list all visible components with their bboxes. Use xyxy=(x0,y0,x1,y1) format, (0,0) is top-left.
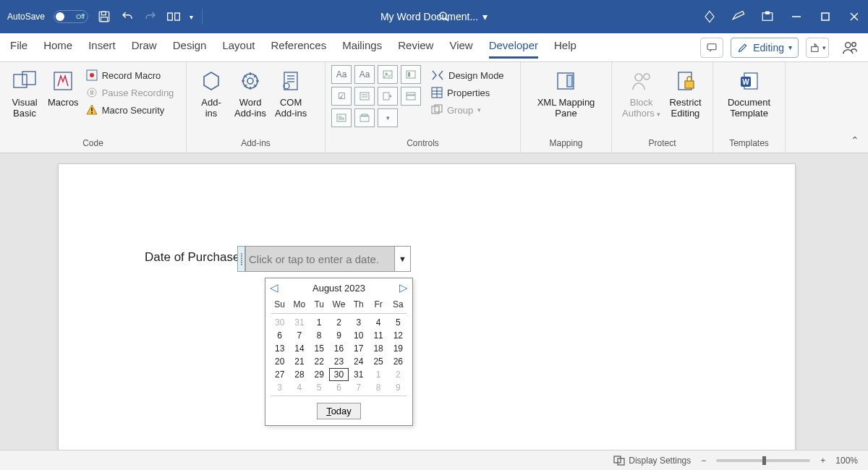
date-picker-control[interactable]: ▼ xyxy=(237,246,411,272)
xml-mapping-pane-button[interactable]: XML Mapping Pane xyxy=(533,65,600,121)
brush-icon[interactable] xyxy=(732,10,745,23)
calendar-day[interactable]: 12 xyxy=(388,329,408,342)
tab-view[interactable]: View xyxy=(449,36,472,59)
calendar-day[interactable]: 2 xyxy=(329,316,349,329)
controls-gallery[interactable]: AaAa ☑ ▾ xyxy=(331,65,421,127)
page[interactable] xyxy=(58,163,796,450)
share-button[interactable]: ▾ xyxy=(806,38,829,58)
calendar-day[interactable]: 21 xyxy=(289,355,309,368)
customize-qat-icon[interactable] xyxy=(166,9,181,24)
record-macro-button[interactable]: Record Macro xyxy=(86,69,174,81)
maximize-button[interactable] xyxy=(819,10,832,23)
calendar-day[interactable]: 14 xyxy=(289,342,309,355)
calendar-day[interactable]: 9 xyxy=(329,329,349,342)
calendar-prev-button[interactable]: ◁ xyxy=(270,281,278,294)
visual-basic-button[interactable]: Visual Basic xyxy=(6,65,43,121)
calendar-day[interactable]: 11 xyxy=(368,329,388,342)
save-icon[interactable] xyxy=(97,9,111,24)
calendar-day[interactable]: 13 xyxy=(270,342,289,355)
tab-draw[interactable]: Draw xyxy=(132,36,157,59)
macro-security-button[interactable]: Macro Security xyxy=(86,104,174,116)
diamond-icon[interactable] xyxy=(703,10,716,23)
calendar-day[interactable]: 26 xyxy=(388,355,408,368)
calendar-day[interactable]: 24 xyxy=(349,355,368,368)
control-handle[interactable] xyxy=(237,246,245,272)
calendar-day[interactable]: 8 xyxy=(310,329,329,342)
redo-icon[interactable] xyxy=(143,9,158,24)
undo-icon[interactable] xyxy=(120,9,135,24)
calendar-day[interactable]: 8 xyxy=(368,381,388,394)
calendar-day[interactable]: 19 xyxy=(388,342,408,355)
tab-insert[interactable]: Insert xyxy=(88,36,116,59)
com-addins-button[interactable]: COM Add-ins xyxy=(271,65,311,121)
calendar-day[interactable]: 29 xyxy=(310,368,329,381)
zoom-out-button[interactable]: − xyxy=(701,456,706,466)
word-addins-button[interactable]: Word Add-ins xyxy=(230,65,271,121)
date-input[interactable] xyxy=(245,246,395,272)
calendar-day[interactable]: 9 xyxy=(388,381,408,394)
restrict-editing-button[interactable]: Restrict Editing xyxy=(665,65,705,121)
autosave-toggle[interactable]: Off xyxy=(54,10,88,23)
calendar-month-label[interactable]: August 2023 xyxy=(312,283,365,294)
calendar-day[interactable]: 7 xyxy=(349,381,368,394)
design-mode-button[interactable]: Design Mode xyxy=(431,69,504,81)
document-title[interactable]: My Word Document... ▾ xyxy=(380,11,488,22)
tab-references[interactable]: References xyxy=(271,36,326,59)
calendar-day[interactable]: 16 xyxy=(329,342,349,355)
calendar-day[interactable]: 2 xyxy=(388,368,408,381)
calendar-day[interactable]: 3 xyxy=(270,381,289,394)
tab-file[interactable]: File xyxy=(10,36,27,59)
minimize-button[interactable] xyxy=(790,10,803,23)
calendar-day[interactable]: 27 xyxy=(270,368,289,381)
group-button[interactable]: Group▾ xyxy=(431,104,504,116)
date-dropdown-button[interactable]: ▼ xyxy=(395,246,411,272)
calendar-day[interactable]: 15 xyxy=(310,342,329,355)
calendar-next-button[interactable]: ▷ xyxy=(399,281,408,294)
calendar-day[interactable]: 31 xyxy=(289,316,309,329)
calendar-day[interactable]: 23 xyxy=(329,355,349,368)
calendar-day[interactable]: 6 xyxy=(270,329,289,342)
collapse-ribbon-icon[interactable]: ⌃ xyxy=(851,134,859,146)
calendar-day[interactable]: 28 xyxy=(289,368,309,381)
tab-review[interactable]: Review xyxy=(398,36,433,59)
calendar-day[interactable]: 18 xyxy=(368,342,388,355)
calendar-day[interactable]: 10 xyxy=(349,329,368,342)
tab-help[interactable]: Help xyxy=(554,36,576,59)
tab-layout[interactable]: Layout xyxy=(222,36,255,59)
calendar-day[interactable]: 4 xyxy=(289,381,309,394)
zoom-level[interactable]: 100% xyxy=(835,456,858,466)
addins-button[interactable]: Add- ins xyxy=(192,65,230,121)
tab-developer[interactable]: Developer xyxy=(489,36,538,59)
macros-button[interactable]: Macros xyxy=(43,65,83,111)
calendar-today-button[interactable]: Today xyxy=(317,403,361,419)
display-settings-button[interactable]: Display Settings xyxy=(613,456,691,466)
tab-design[interactable]: Design xyxy=(173,36,207,59)
calendar-day[interactable]: 1 xyxy=(368,368,388,381)
account-icon[interactable] xyxy=(842,40,858,56)
calendar-day[interactable]: 30 xyxy=(329,368,349,381)
document-template-button[interactable]: WDocument Template xyxy=(723,65,775,121)
tab-mailings[interactable]: Mailings xyxy=(342,36,382,59)
calendar-day[interactable]: 17 xyxy=(349,342,368,355)
properties-button[interactable]: Properties xyxy=(431,87,504,98)
search-icon[interactable] xyxy=(437,9,451,24)
editing-mode-button[interactable]: Editing▾ xyxy=(731,38,799,58)
calendar-day[interactable]: 6 xyxy=(329,381,349,394)
calendar-day[interactable]: 5 xyxy=(388,316,408,329)
calendar-day[interactable]: 31 xyxy=(349,368,368,381)
calendar-day[interactable]: 3 xyxy=(349,316,368,329)
calendar-day[interactable]: 25 xyxy=(368,355,388,368)
zoom-in-button[interactable]: + xyxy=(820,456,825,466)
calendar-day[interactable]: 5 xyxy=(310,381,329,394)
calendar-day[interactable]: 30 xyxy=(270,316,289,329)
calendar-day[interactable]: 22 xyxy=(310,355,329,368)
calendar-day[interactable]: 4 xyxy=(368,316,388,329)
fullscreen-icon[interactable] xyxy=(761,10,774,23)
zoom-slider[interactable] xyxy=(716,459,810,462)
calendar-day[interactable]: 20 xyxy=(270,355,289,368)
calendar-day[interactable]: 1 xyxy=(310,316,329,329)
calendar-day[interactable]: 7 xyxy=(289,329,309,342)
tab-home[interactable]: Home xyxy=(43,36,72,59)
comments-button[interactable] xyxy=(700,38,723,58)
close-button[interactable] xyxy=(848,10,861,23)
